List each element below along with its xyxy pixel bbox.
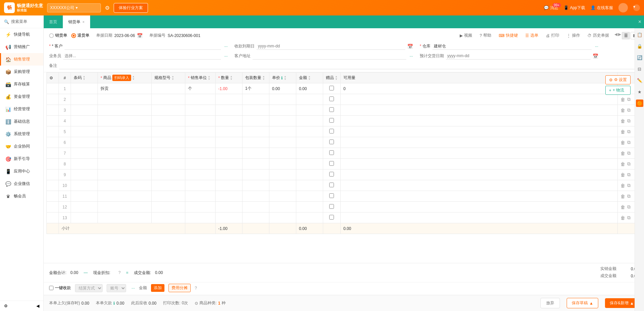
remark-input[interactable] xyxy=(59,62,639,69)
row-gift-0[interactable] xyxy=(323,83,341,94)
delete-icon-12[interactable]: 🗑 xyxy=(620,215,625,221)
one-pay-check[interactable] xyxy=(49,286,53,290)
sidebar-item-purchase[interactable]: 📦 采购管理 xyxy=(0,66,43,78)
payment-calendar-icon[interactable]: 📅 xyxy=(407,44,413,49)
chevron-left-icon[interactable]: ◀ xyxy=(614,32,617,39)
gift-checkbox-1[interactable] xyxy=(329,96,334,101)
th-settings[interactable]: ⚙ xyxy=(47,73,59,83)
panel-icon-2[interactable]: 🔒 xyxy=(636,42,643,50)
sidebar-collapse-icon[interactable]: ◀ xyxy=(36,304,39,308)
toolbar-shortcut[interactable]: ⌨ 快捷键 xyxy=(497,32,520,39)
row-unit-0[interactable]: 个 xyxy=(185,83,216,94)
customer-dots-icon[interactable]: ··· xyxy=(224,44,228,49)
row-gift-10[interactable] xyxy=(323,191,341,202)
expected-delivery-input[interactable] xyxy=(446,52,591,60)
app-download-btn[interactable]: 📱 App下载 xyxy=(564,5,585,11)
delete-icon-7[interactable]: 🗑 xyxy=(620,161,625,167)
row-gift-3[interactable] xyxy=(323,116,341,126)
panel-icon-4[interactable]: ⊟ xyxy=(636,65,643,73)
product-input-11[interactable] xyxy=(101,205,149,209)
scan-btn[interactable]: 扫码录入 xyxy=(112,75,131,81)
panel-icon-7[interactable]: 🟠 xyxy=(636,100,643,107)
radio-sales[interactable]: 销货单 xyxy=(49,33,67,38)
product-input-1[interactable] xyxy=(101,97,149,102)
delete-icon-2[interactable]: 🗑 xyxy=(620,108,625,113)
date-calendar-icon[interactable]: 📅 xyxy=(137,33,143,38)
sidebar-item-vip[interactable]: ♛ 畅会员 xyxy=(0,190,43,202)
toolbar-action[interactable]: ⋮ 操作 xyxy=(565,32,582,39)
barcode-input-0[interactable] xyxy=(74,86,95,91)
row-barcode-0[interactable] xyxy=(71,83,98,94)
copy-icon-5[interactable]: ⧉ xyxy=(627,140,631,145)
sidebar-item-business[interactable]: 📊 经营管理 xyxy=(0,103,43,115)
add-payment-btn[interactable]: 添加 xyxy=(151,284,164,292)
discount-help-icon[interactable]: ? xyxy=(118,270,121,275)
sidebar-item-appstore[interactable]: 📱 应用中心 xyxy=(0,165,43,178)
settings-icon[interactable]: ⚙ xyxy=(104,3,111,12)
discard-btn[interactable]: 放弃 xyxy=(540,298,560,308)
company-selector[interactable]: XXXXXX公司 ▾ xyxy=(47,3,101,12)
delete-icon-8[interactable]: 🗑 xyxy=(620,172,625,178)
salesperson-dots-icon[interactable]: ··· xyxy=(224,54,228,59)
row-pkgqty-0[interactable]: 1个 xyxy=(242,83,269,94)
copy-icon-1[interactable]: ⧉ xyxy=(627,96,631,102)
delivery-calendar-icon[interactable]: 📅 xyxy=(593,53,598,59)
row-gift-5[interactable] xyxy=(323,137,341,148)
product-input-8[interactable] xyxy=(101,172,149,177)
toolbar-select[interactable]: ☰ 选单 xyxy=(523,32,540,39)
row-qty-0[interactable]: -1.00 xyxy=(216,83,242,94)
account-dots-icon[interactable]: ··· xyxy=(131,286,135,290)
panel-icon-6[interactable]: ★ xyxy=(636,88,643,95)
row-gift-6[interactable] xyxy=(323,148,341,159)
product-input-4[interactable] xyxy=(101,129,149,134)
salesperson-input[interactable] xyxy=(63,52,221,60)
toolbar-help[interactable]: ? 帮助 xyxy=(478,32,493,39)
sidebar-item-marketing[interactable]: 📢 营销推广 xyxy=(0,41,43,53)
customer-input[interactable] xyxy=(65,43,221,50)
payment-due-input[interactable] xyxy=(257,43,405,50)
sidebar-item-basic[interactable]: ℹ️ 基础信息 xyxy=(0,115,43,128)
delete-icon-9[interactable]: 🗑 xyxy=(620,183,625,188)
row-gift-11[interactable] xyxy=(323,202,341,212)
message-btn[interactable]: 💬 消息 99+ xyxy=(544,5,558,11)
sidebar-item-finance[interactable]: 💰 资金管理 xyxy=(0,90,43,103)
online-service-btn[interactable]: 👤 在线客服 xyxy=(591,5,613,11)
product-input-5[interactable] xyxy=(101,140,149,145)
sidebar-item-quick-nav[interactable]: ⚡ 快捷导航 xyxy=(0,28,43,41)
addr-dots-icon[interactable]: ··· xyxy=(410,54,413,59)
account-select[interactable]: 账号 xyxy=(107,284,126,292)
copy-icon-7[interactable]: ⧉ xyxy=(627,161,631,167)
delete-icon-3[interactable]: 🗑 xyxy=(620,118,625,124)
product-input-3[interactable] xyxy=(101,119,149,123)
chevron-right-icon[interactable]: ▶ xyxy=(618,32,621,39)
sidebar-item-guide[interactable]: 🎯 新手引导 xyxy=(0,153,43,165)
delete-icon-6[interactable]: 🗑 xyxy=(620,151,625,156)
row-gift-1[interactable] xyxy=(323,94,341,105)
row-gift-9[interactable] xyxy=(323,180,341,191)
toolbar-print[interactable]: 🖨 打印 xyxy=(544,32,561,39)
copy-icon-9[interactable]: ⧉ xyxy=(627,183,631,188)
gift-checkbox-2[interactable] xyxy=(329,107,334,112)
row-product-0[interactable]: 拆贡 xyxy=(98,83,152,94)
delete-icon-1[interactable]: 🗑 xyxy=(620,97,625,102)
settings-btn[interactable]: ⚙ ⚙ 设置 xyxy=(605,75,631,84)
owe-info-icon[interactable]: ℹ xyxy=(113,301,115,306)
product-input-12[interactable] xyxy=(101,216,149,220)
tab-home[interactable]: 首页 xyxy=(44,15,63,28)
trial-button[interactable]: 体验行业方案 xyxy=(114,3,148,13)
copy-icon-11[interactable]: ⧉ xyxy=(627,204,631,210)
payment-method-select[interactable]: 结算方式 xyxy=(75,284,103,292)
save-draft-btn[interactable]: 保存草稿 ▲ xyxy=(567,298,598,308)
sidebar-item-wechat[interactable]: 💬 企业微信 xyxy=(0,178,43,190)
panel-icon-1[interactable]: 📋 xyxy=(636,31,643,38)
copy-icon-8[interactable]: ⧉ xyxy=(627,172,631,178)
radio-return[interactable]: 退货单 xyxy=(71,33,89,38)
product-input-6[interactable] xyxy=(101,151,149,156)
sidebar-settings-icon[interactable]: ⚙ xyxy=(4,304,8,308)
copy-icon-10[interactable]: ⧉ xyxy=(627,193,631,199)
row-gift-8[interactable] xyxy=(323,169,341,180)
sidebar-search[interactable]: 🔍 搜索菜单 xyxy=(0,15,43,28)
product-input-10[interactable] xyxy=(101,194,149,199)
layout-list-btn[interactable]: ☰ xyxy=(622,32,630,39)
one-pay-checkbox[interactable]: 一键收款 xyxy=(49,285,71,291)
